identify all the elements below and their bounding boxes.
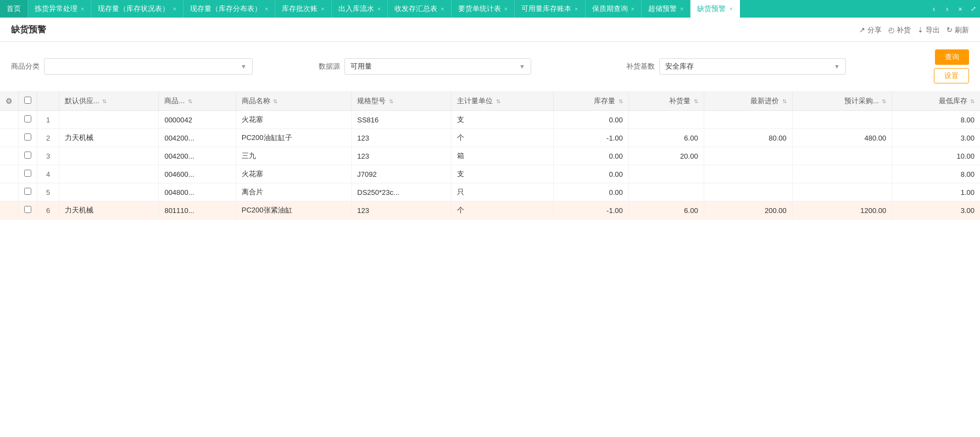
tab-close-2[interactable]: × xyxy=(172,5,176,12)
replenish-base-select-arrow: ▼ xyxy=(834,63,840,70)
row-name: 离合片 xyxy=(236,183,351,201)
share-button[interactable]: ↗ 分享 xyxy=(859,25,882,35)
th-name[interactable]: 商品名称 ⇅ xyxy=(236,92,351,111)
sort-min-icon: ⇅ xyxy=(970,98,975,104)
row-checkbox-0[interactable] xyxy=(24,115,31,122)
sort-unit-icon: ⇅ xyxy=(496,98,500,104)
th-supplier[interactable]: 默认供应... ⇅ xyxy=(59,92,159,111)
page-title: 缺货预警 xyxy=(11,24,46,36)
tab-1[interactable]: 拣货异常处理 × xyxy=(28,0,91,18)
row-stock: 0.00 xyxy=(553,165,628,183)
datasource-filter-group: 数据源 可用量 ▼ xyxy=(319,58,615,75)
tab-3[interactable]: 现存量（库存分布表） × xyxy=(183,0,275,18)
sort-supplier-icon: ⇅ xyxy=(102,98,107,104)
tab-close-11[interactable]: × xyxy=(729,5,732,12)
replenish-base-label: 补货基数 xyxy=(626,61,655,71)
row-check-cell[interactable] xyxy=(19,183,37,201)
row-checkbox-3[interactable] xyxy=(24,170,31,177)
filter-area: 商品分类 ▼ 数据源 可用量 ▼ 补货基数 安全库存 ▼ 查询 设置 xyxy=(0,42,980,92)
tab-6[interactable]: 收发存汇总表 × xyxy=(388,0,451,18)
th-price[interactable]: 最新进价 ⇅ xyxy=(704,92,792,111)
export-button[interactable]: ⇣ 导出 xyxy=(917,25,940,35)
row-check-cell[interactable] xyxy=(19,201,37,220)
row-checkbox-1[interactable] xyxy=(24,133,31,141)
row-checkbox-4[interactable] xyxy=(24,188,31,195)
tab-7[interactable]: 要货单统计表 × xyxy=(452,0,515,18)
th-est-purchase[interactable]: 预计采购... ⇅ xyxy=(792,92,892,111)
row-check-cell[interactable] xyxy=(19,111,37,129)
row-stock: 0.00 xyxy=(553,111,628,129)
row-stock: -1.00 xyxy=(553,201,628,220)
tab-4[interactable]: 库存批次账 × xyxy=(275,0,331,18)
table-row: 5 004800... 离合片 DS250*23c... 只 0.00 1.00 xyxy=(0,183,980,201)
replenish-base-select[interactable]: 安全库存 ▼ xyxy=(659,58,846,75)
datasource-value: 可用量 xyxy=(350,61,372,71)
sort-price-icon: ⇅ xyxy=(782,98,787,104)
row-checkbox-2[interactable] xyxy=(24,152,31,159)
table-row: 6 力天机械 801110... PC200张紧油缸 123 个 -1.00 6… xyxy=(0,201,980,220)
row-min-stock: 10.00 xyxy=(892,147,980,165)
tab-close-9[interactable]: × xyxy=(631,5,634,12)
tab-2[interactable]: 现存量（库存状况表） × xyxy=(91,0,183,18)
table-row: 4 004600... 火花塞 J7092 支 0.00 8.00 xyxy=(0,165,980,183)
query-button[interactable]: 查询 xyxy=(935,49,969,65)
tab-close-4[interactable]: × xyxy=(321,5,324,12)
tab-close-7[interactable]: × xyxy=(504,5,508,12)
settings-button[interactable]: 设置 xyxy=(934,68,969,83)
main-table: ⚙ 默认供应... ⇅ 商品... ⇅ xyxy=(0,92,980,220)
th-min-stock[interactable]: 最低库存 ⇅ xyxy=(892,92,980,111)
row-spec: DS250*23c... xyxy=(352,183,452,201)
th-check[interactable] xyxy=(19,92,37,111)
select-all-checkbox[interactable] xyxy=(24,97,31,104)
tab-scroll-left[interactable]: ‹ xyxy=(927,0,940,18)
row-unit: 支 xyxy=(452,111,553,129)
tab-scroll-right[interactable]: › xyxy=(940,0,954,18)
tab-close-8[interactable]: × xyxy=(575,5,578,12)
th-spec[interactable]: 规格型号 ⇅ xyxy=(352,92,452,111)
row-min-stock: 3.00 xyxy=(892,129,980,147)
tab-close-6[interactable]: × xyxy=(441,5,444,12)
row-stock: -1.00 xyxy=(553,129,628,147)
row-checkbox-5[interactable] xyxy=(24,206,31,213)
row-num: 5 xyxy=(37,183,59,201)
datasource-select[interactable]: 可用量 ▼ xyxy=(344,58,531,75)
tab-close-5[interactable]: × xyxy=(377,5,381,12)
tab-9[interactable]: 保质期查询 × xyxy=(586,0,642,18)
tab-10[interactable]: 超储预警 × xyxy=(642,0,691,18)
tab-8[interactable]: 可用量库存账本 × xyxy=(515,0,585,18)
row-name: 火花塞 xyxy=(236,165,351,183)
tab-5[interactable]: 出入库流水 × xyxy=(332,0,388,18)
th-code[interactable]: 商品... ⇅ xyxy=(159,92,236,111)
tab-close-1[interactable]: × xyxy=(81,5,84,12)
datasource-select-arrow: ▼ xyxy=(519,63,525,70)
table-row: 2 力天机械 004200... PC200油缸缸子 123 个 -1.00 6… xyxy=(0,129,980,147)
row-check-cell[interactable] xyxy=(19,165,37,183)
row-check-cell[interactable] xyxy=(19,129,37,147)
th-stock[interactable]: 库存量 ⇅ xyxy=(553,92,628,111)
gear-icon[interactable]: ⚙ xyxy=(5,97,13,105)
category-select-arrow: ▼ xyxy=(241,63,247,70)
row-check-cell[interactable] xyxy=(19,147,37,165)
table-row: 1 0000042 火花塞 SS816 支 0.00 8.00 xyxy=(0,111,980,129)
tab-fullscreen[interactable]: ⤢ xyxy=(967,0,980,18)
sort-name-icon: ⇅ xyxy=(273,98,277,104)
row-num: 1 xyxy=(37,111,59,129)
replenish-base-filter-group: 补货基数 安全库存 ▼ xyxy=(626,58,923,75)
th-replenish[interactable]: 补货量 ⇅ xyxy=(628,92,704,111)
row-stock: 0.00 xyxy=(553,147,628,165)
row-name: PC200油缸缸子 xyxy=(236,129,351,147)
replenish-button[interactable]: ◴ 补货 xyxy=(888,25,911,35)
tab-close-all[interactable]: × xyxy=(954,0,967,18)
sort-code-icon: ⇅ xyxy=(188,98,192,104)
tab-close-3[interactable]: × xyxy=(265,5,268,12)
tab-close-10[interactable]: × xyxy=(680,5,683,12)
category-select[interactable]: ▼ xyxy=(44,58,253,75)
th-unit[interactable]: 主计量单位 ⇅ xyxy=(452,92,553,111)
row-est-purchase xyxy=(792,165,892,183)
th-gear[interactable]: ⚙ xyxy=(0,92,19,111)
row-code: 004800... xyxy=(159,183,236,201)
tab-home[interactable]: 首页 xyxy=(0,0,28,18)
row-min-stock: 1.00 xyxy=(892,183,980,201)
tab-11[interactable]: 缺货预警 × xyxy=(691,0,739,18)
refresh-button[interactable]: ↻ 刷新 xyxy=(946,25,969,35)
